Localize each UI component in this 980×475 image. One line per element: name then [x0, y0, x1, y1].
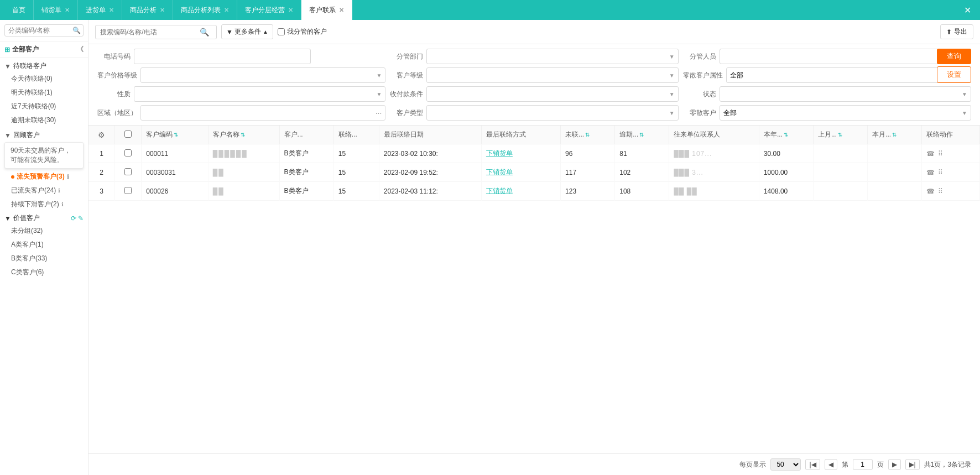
last-way-link[interactable]: 下销货单	[486, 187, 513, 195]
customer-grade-select[interactable]: ▼	[426, 67, 678, 83]
sidebar-all-customers[interactable]: ⊞ 全部客户 《	[0, 41, 88, 58]
sidebar-item-today-contact[interactable]: 今天待联络(0)	[0, 72, 88, 86]
settings-button[interactable]: 设置	[937, 66, 971, 83]
sidebar-item-tomorrow-contact[interactable]: 明天待联络(1)	[0, 86, 88, 100]
retail-customer-select[interactable]: 全部 ▼	[720, 105, 971, 121]
dept-select[interactable]: ▼	[426, 49, 678, 64]
table-header-row: ⚙ 客户编码 ⇅ 客户名称	[88, 126, 980, 144]
search-input[interactable]	[100, 28, 200, 36]
action-phone-icon[interactable]: ☎	[926, 169, 935, 176]
price-grade-select[interactable]: ▼	[140, 67, 385, 83]
status-select[interactable]: ▼	[720, 86, 971, 102]
page-next-button[interactable]: ▶	[888, 459, 901, 470]
action-more-icon[interactable]: ⠿	[938, 150, 943, 158]
tab-sales[interactable]: 销货单 ✕	[34, 0, 78, 20]
action-more-icon[interactable]: ⠿	[938, 187, 943, 195]
row-checkbox-2[interactable]	[124, 187, 132, 194]
tab-home[interactable]: 首页	[4, 0, 34, 20]
row-checkbox-1[interactable]	[124, 168, 132, 175]
cell-last-way[interactable]: 下销货单	[481, 182, 560, 201]
sidebar-item-b-class[interactable]: B类客户(33)	[0, 252, 88, 265]
last-way-link[interactable]: 下销货单	[486, 168, 513, 176]
tab-analysis-close[interactable]: ✕	[160, 7, 165, 14]
payment-select[interactable]: ▼	[426, 86, 678, 102]
my-customers-checkbox[interactable]	[278, 28, 285, 35]
region-more-icon[interactable]: ···	[376, 108, 382, 117]
person-select[interactable]: ···	[720, 49, 971, 64]
row-checkbox-0[interactable]	[124, 149, 132, 156]
tab-purchase-close[interactable]: ✕	[109, 7, 114, 14]
sidebar-item-churned[interactable]: 已流失客户(24) ℹ	[0, 184, 88, 197]
action-icons: ☎ ⠿	[926, 169, 975, 176]
cell-checkbox[interactable]	[114, 144, 141, 163]
cell-last-way[interactable]: 下销货单	[481, 163, 560, 182]
export-button[interactable]: ⬆ 导出	[940, 24, 973, 39]
col-this-year-sort[interactable]: 本年... ⇅	[764, 130, 809, 139]
customer-type-select[interactable]: ▼	[426, 105, 678, 121]
cell-this-year: 1408.00	[759, 182, 813, 201]
sidebar-item-ungrouped[interactable]: 未分组(32)	[0, 224, 88, 238]
region-label: 区域（地区）	[97, 108, 137, 118]
sidebar-item-a-class[interactable]: A类客户(1)	[0, 238, 88, 252]
action-more-icon[interactable]: ⠿	[938, 169, 943, 176]
page-prev-button[interactable]: ◀	[825, 459, 837, 470]
search-submit-icon[interactable]: 🔍	[200, 28, 209, 36]
cell-last-way[interactable]: 下销货单	[481, 144, 560, 163]
table-select-all-checkbox[interactable]	[124, 131, 132, 138]
tab-customer-tier[interactable]: 客户分层经营 ✕	[237, 0, 301, 20]
window-close-button[interactable]: ✕	[960, 5, 976, 15]
sidebar-tooltip: 90天未交易的客户，可能有流失风险。	[4, 142, 84, 169]
tab-sales-close[interactable]: ✕	[65, 7, 70, 14]
cell-overdue: 108	[615, 182, 669, 201]
sidebar-item-overdue-contact[interactable]: 逾期未联络(30)	[0, 113, 88, 127]
col-overdue-sort[interactable]: 逾期... ⇅	[619, 130, 664, 139]
sidebar-item-7day-contact[interactable]: 近7天待联络(0)	[0, 100, 88, 113]
cell-action: ☎ ⠿	[922, 144, 980, 163]
col-code-sort[interactable]: 客户编码 ⇅	[146, 130, 204, 139]
status-label: 状态	[683, 90, 716, 99]
tab-customer-contact[interactable]: 客户联系 ✕	[301, 0, 352, 20]
sidebar-collapse-icon[interactable]: 《	[77, 45, 84, 54]
query-button[interactable]: 查询	[937, 49, 971, 64]
tab-analysis-list[interactable]: 商品分析列表 ✕	[173, 0, 237, 20]
value-edit-icons[interactable]: ⟳ ✎	[71, 215, 84, 222]
action-phone-icon[interactable]: ☎	[926, 187, 935, 195]
page-input[interactable]	[853, 459, 873, 470]
sidebar-group-value[interactable]: ▼ 价值客户 ⟳ ✎	[0, 211, 88, 224]
tab-purchase[interactable]: 进货单 ✕	[78, 0, 122, 20]
sidebar-group-review[interactable]: ▼ 回顾客户	[0, 127, 88, 141]
page-last-button[interactable]: ▶|	[905, 459, 920, 470]
cell-checkbox[interactable]	[114, 163, 141, 182]
tab-analysis-list-close[interactable]: ✕	[224, 7, 229, 14]
sidebar-search-input[interactable]	[4, 24, 84, 36]
col-this-month-sort[interactable]: 本月... ⇅	[872, 130, 917, 139]
action-phone-icon[interactable]: ☎	[926, 150, 935, 158]
sidebar-item-churn-warning[interactable]: 流失预警客户(3) ℹ	[0, 170, 88, 184]
retail-attr-select[interactable]: 全部 ▼	[726, 67, 971, 83]
cell-contact: 15	[333, 144, 379, 163]
col-name-sort[interactable]: 客户名称 ⇅	[213, 130, 275, 139]
tab-analysis[interactable]: 商品分析 ✕	[122, 0, 173, 20]
phone-input[interactable]	[134, 49, 311, 64]
page-size-select[interactable]: 50 100	[770, 458, 801, 471]
tab-customer-contact-close[interactable]: ✕	[339, 7, 344, 14]
filter-row-3: 性质 ▼ 收付款条件 ▼ 状态	[97, 86, 971, 102]
sidebar-search-icon: 🔍	[72, 27, 81, 34]
last-way-link[interactable]: 下销货单	[486, 149, 513, 157]
col-last-month-sort[interactable]: 上月... ⇅	[818, 130, 863, 139]
page-first-button[interactable]: |◀	[805, 459, 820, 470]
sidebar-group-pending[interactable]: ▼ 待联络客户	[0, 58, 88, 72]
customer-type-label: 客户类型	[390, 108, 423, 118]
sidebar-item-declining[interactable]: 持续下滑客户(2) ℹ	[0, 197, 88, 211]
sidebar-item-c-class[interactable]: C类客户(6)	[0, 265, 88, 279]
payment-label: 收付款条件	[390, 90, 423, 99]
column-settings-gear[interactable]: ⚙	[98, 131, 105, 139]
more-filter-button[interactable]: ▼ 更多条件 ▲	[221, 24, 273, 39]
region-select[interactable]: ···	[140, 105, 385, 121]
cell-checkbox[interactable]	[114, 182, 141, 201]
nature-select[interactable]: ▼	[134, 86, 385, 102]
cell-no-contact: 117	[561, 163, 615, 182]
col-no-contact-sort[interactable]: 未联... ⇅	[565, 130, 610, 139]
my-customers-checkbox-label[interactable]: 我分管的客户	[278, 27, 327, 36]
tab-customer-tier-close[interactable]: ✕	[288, 7, 293, 14]
